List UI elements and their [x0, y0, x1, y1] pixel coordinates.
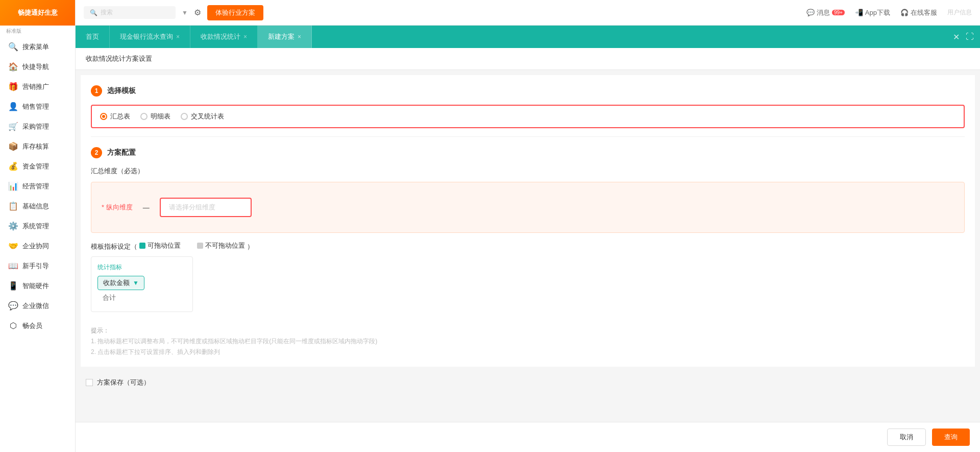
- book-icon: 📖: [8, 261, 18, 271]
- tab-new-plan-label: 新建方案: [268, 32, 295, 41]
- tab-new-plan[interactable]: 新建方案 ×: [258, 26, 312, 48]
- sidebar-item-label: 销售管理: [22, 102, 49, 111]
- movable-color: [139, 243, 145, 249]
- save-option-label: 方案保存（可选）: [97, 378, 150, 387]
- chart-icon: 📊: [8, 181, 18, 191]
- arrow-icon: —: [143, 204, 150, 211]
- sidebar-item-search[interactable]: 🔍 搜索菜单: [0, 37, 75, 57]
- tab-collection-stats-label: 收款情况统计: [201, 32, 240, 41]
- online-service-label: 在线客服: [911, 8, 937, 17]
- template-selection: 汇总表 明细表 交叉统计表: [91, 105, 965, 128]
- sidebar-logo: 畅捷通好生意: [0, 0, 75, 26]
- tab-collection-stats[interactable]: 收款情况统计 ×: [190, 26, 258, 48]
- dimension-label: 汇总维度（必选）: [91, 166, 965, 176]
- page-header: 收款情况统计方案设置: [76, 48, 980, 70]
- sidebar-item-label: 营销推广: [22, 82, 49, 91]
- sidebar-item-label: 基础信息: [22, 202, 49, 211]
- sidebar-item-inventory[interactable]: 📦 库存核算: [0, 136, 75, 156]
- notification-item[interactable]: 💬 消息 99+: [806, 8, 845, 17]
- notification-badge: 99+: [832, 10, 845, 15]
- sidebar-item-capital[interactable]: 💰 资金管理: [0, 156, 75, 176]
- metric-tag-payment[interactable]: 收款金额 ▼: [97, 276, 144, 290]
- sidebar-item-smart-hw[interactable]: 📱 智能硬件: [0, 276, 75, 296]
- metric-tag-label: 收款金额: [103, 278, 130, 288]
- tips-title: 提示：: [91, 327, 109, 334]
- close-window-icon[interactable]: ✕: [953, 32, 960, 42]
- sidebar-item-business[interactable]: 📊 经营管理: [0, 176, 75, 196]
- vertical-dim-label: * 纵向维度: [102, 203, 133, 212]
- search-icon: 🔍: [90, 9, 97, 16]
- clipboard-icon: 📋: [8, 201, 18, 211]
- tabs-bar: 首页 现金银行流水查询 × 收款情况统计 × 新建方案 × ✕ ⛶: [76, 26, 980, 48]
- step1-number: 1: [91, 85, 102, 97]
- sidebar-item-basic-info[interactable]: 📋 基础信息: [0, 196, 75, 216]
- handshake-icon: 🤝: [8, 241, 18, 251]
- tabs-actions: ✕ ⛶: [947, 26, 980, 48]
- query-button[interactable]: 查询: [932, 429, 970, 446]
- sidebar-item-enterprise-coop[interactable]: 🤝 企业协同: [0, 236, 75, 256]
- online-service-item[interactable]: 🎧 在线客服: [900, 8, 937, 17]
- save-checkbox[interactable]: [86, 379, 93, 386]
- immovable-color: [197, 243, 203, 249]
- tab-home[interactable]: 首页: [76, 26, 110, 48]
- cancel-button[interactable]: 取消: [887, 429, 926, 446]
- maximize-icon[interactable]: ⛶: [966, 32, 974, 41]
- tab-bank-flow[interactable]: 现金银行流水查询 ×: [110, 26, 190, 48]
- tab-home-label: 首页: [86, 32, 99, 41]
- metrics-label-separator: [185, 243, 192, 250]
- sidebar-item-enterprise-wechat[interactable]: 💬 企业微信: [0, 296, 75, 316]
- metrics-label: 模板指标设定（ 可拖动位置 不可拖动位置 ）: [91, 243, 254, 250]
- sidebar-item-member[interactable]: ⬡ 畅会员: [0, 316, 75, 336]
- app-download-item[interactable]: 📲 App下载: [855, 8, 890, 17]
- radio-cross[interactable]: 交叉统计表: [181, 112, 224, 121]
- metrics-group-label: 统计指标: [97, 263, 186, 272]
- page-content: 收款情况统计方案设置 1 选择模板 汇总表 明细表: [76, 48, 980, 422]
- chevron-down-icon: ▼: [133, 279, 139, 287]
- dropdown-icon[interactable]: ▼: [182, 9, 188, 16]
- immovable-tag: 不可拖动位置: [197, 241, 245, 250]
- close-icon[interactable]: ×: [243, 33, 247, 40]
- sidebar-item-label: 经营管理: [22, 182, 49, 191]
- step2-header: 2 方案配置: [91, 147, 965, 158]
- sidebar-item-label: 快捷导航: [22, 62, 49, 72]
- trial-button[interactable]: 体验行业方案: [207, 5, 263, 20]
- search-icon: 🔍: [8, 42, 18, 52]
- sidebar-item-system[interactable]: ⚙️ 系统管理: [0, 216, 75, 236]
- user-icon: 👤: [8, 102, 18, 111]
- step2-number: 2: [91, 147, 102, 158]
- sidebar-item-label: 企业微信: [22, 301, 49, 311]
- step1-title: 选择模板: [107, 86, 136, 96]
- radio-detail[interactable]: 明细表: [140, 112, 170, 121]
- sidebar-item-purchase[interactable]: 🛒 采购管理: [0, 116, 75, 136]
- header-right: 💬 消息 99+ 📲 App下载 🎧 在线客服 用户信息: [806, 8, 972, 17]
- sidebar: 畅捷通好生意 标准版 🔍 搜索菜单 🏠 快捷导航 🎁 营销推广 👤 销售管理 🛒…: [0, 0, 76, 452]
- gift-icon: 🎁: [8, 82, 18, 91]
- sidebar-item-marketing[interactable]: 🎁 营销推广: [0, 77, 75, 97]
- step2-title: 方案配置: [107, 148, 136, 157]
- main-area: 🔍 搜索 ▼ ⚙ 体验行业方案 💬 消息 99+ 📲 App下载 🎧 在线客服 …: [76, 0, 980, 452]
- sidebar-item-label: 企业协同: [22, 242, 49, 251]
- header-search[interactable]: 🔍 搜索: [84, 6, 176, 19]
- sidebar-item-label: 智能硬件: [22, 281, 49, 291]
- sidebar-item-sales[interactable]: 👤 销售管理: [0, 97, 75, 116]
- divider: [91, 136, 965, 137]
- close-icon[interactable]: ×: [176, 33, 180, 40]
- settings-icon[interactable]: ⚙: [194, 8, 201, 17]
- tips-item-2: 2. 点击标题栏下拉可设置排序、插入列和删除列: [91, 348, 965, 356]
- cart-icon: 🛒: [8, 122, 18, 131]
- close-icon[interactable]: ×: [298, 33, 301, 40]
- radio-summary[interactable]: 汇总表: [100, 112, 130, 121]
- user-info: 用户信息: [947, 8, 972, 17]
- notification-label: 消息: [817, 8, 830, 17]
- dimension-input[interactable]: 请选择分组维度: [160, 198, 252, 217]
- sidebar-item-label: 搜索菜单: [22, 42, 49, 52]
- radio-circle-summary: [100, 113, 107, 120]
- sidebar-item-newbie[interactable]: 📖 新手引导: [0, 256, 75, 276]
- sidebar-item-label: 资金管理: [22, 162, 49, 171]
- sidebar-edition: 标准版: [0, 26, 75, 37]
- radio-summary-label: 汇总表: [110, 112, 130, 121]
- tips-item-1: 1. 拖动标题栏可以调整布局，不可跨维度或指标区域拖动栏目字段(只能在同一维度或…: [91, 337, 965, 346]
- breadcrumb: 收款情况统计方案设置: [86, 55, 152, 62]
- sidebar-item-quick-nav[interactable]: 🏠 快捷导航: [0, 57, 75, 77]
- sidebar-item-label: 系统管理: [22, 222, 49, 231]
